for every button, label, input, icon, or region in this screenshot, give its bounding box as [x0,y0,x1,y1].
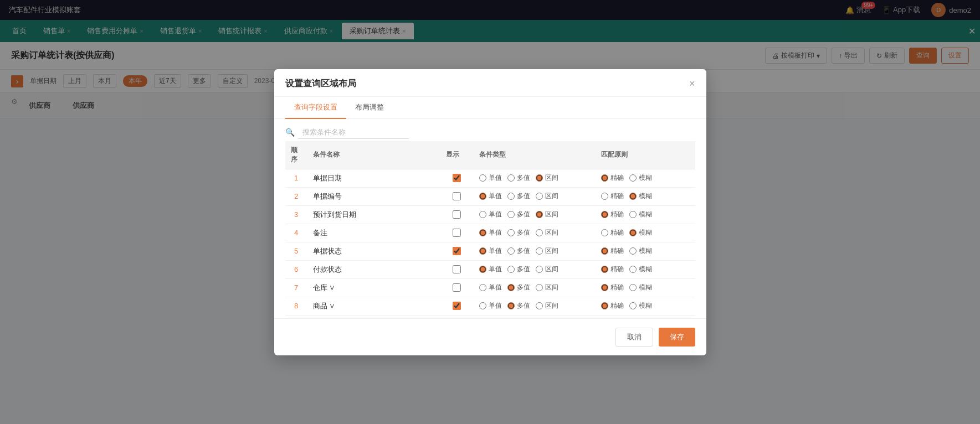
modal-overlay: 设置查询区域布局 × 查询字段设置 布局调整 🔍 顺序 [0,0,980,119]
dialog-header: 设置查询区域布局 × [274,69,706,97]
dialog-tabs: 查询字段设置 布局调整 [274,97,706,119]
dialog-tab-query[interactable]: 查询字段设置 [285,97,346,119]
dialog-close-button[interactable]: × [689,79,695,89]
dialog: 设置查询区域布局 × 查询字段设置 布局调整 🔍 顺序 [274,69,706,120]
dialog-search-area: 🔍 [274,119,706,120]
dialog-tab-layout[interactable]: 布局调整 [346,97,393,119]
dialog-title: 设置查询区域布局 [285,78,356,90]
